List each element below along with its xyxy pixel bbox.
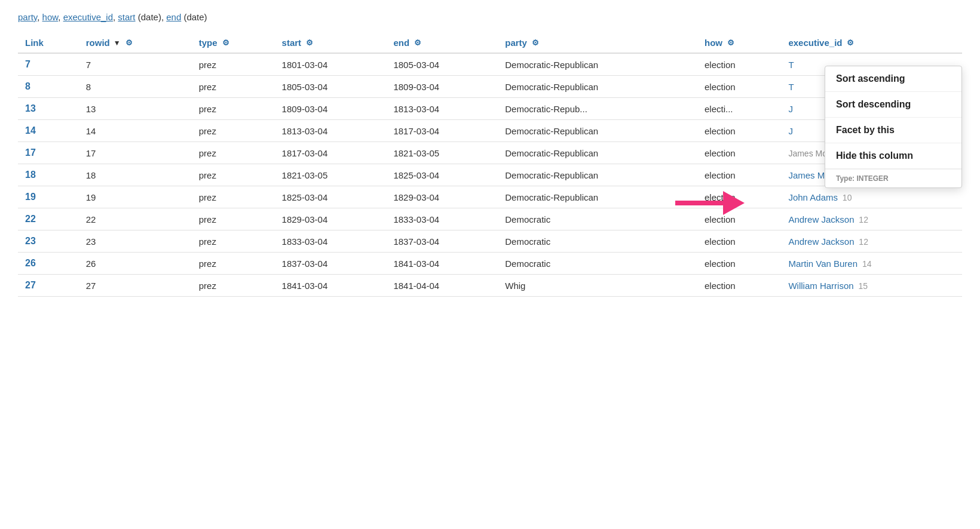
data-table: Link rowid ▼ ⚙ type ⚙	[18, 33, 962, 297]
cell-how: electi...	[697, 98, 781, 120]
col-start[interactable]: start ⚙	[275, 33, 387, 53]
row-link[interactable]: 26	[25, 258, 36, 268]
executive-link[interactable]: Andrew Jackson	[788, 214, 854, 224]
cell-link: 23	[18, 230, 79, 253]
cell-start: 1841-03-04	[275, 275, 387, 297]
col-rowid[interactable]: rowid ▼ ⚙	[79, 33, 192, 53]
cell-party: Democratic-Republican	[498, 142, 697, 164]
row-link[interactable]: 18	[25, 170, 36, 180]
row-link[interactable]: 27	[25, 280, 36, 290]
cell-link: 7	[18, 53, 79, 76]
cell-type: prez	[192, 275, 275, 297]
cell-rowid: 13	[79, 98, 192, 120]
facet-start-link[interactable]: start	[118, 12, 135, 22]
col-type[interactable]: type ⚙	[192, 33, 275, 53]
cell-how: election	[697, 164, 781, 186]
cell-link: 13	[18, 98, 79, 120]
cell-type: prez	[192, 186, 275, 208]
row-link[interactable]: 23	[25, 236, 36, 246]
cell-rowid: 14	[79, 120, 192, 142]
cell-type: prez	[192, 208, 275, 230]
table-row: 1919prez1825-03-041829-03-04Democratic-R…	[18, 186, 962, 208]
cell-end: 1837-03-04	[386, 230, 498, 253]
col-party[interactable]: party ⚙	[498, 33, 697, 53]
cell-how: election	[697, 142, 781, 164]
cell-rowid: 8	[79, 76, 192, 98]
type-gear-icon[interactable]: ⚙	[222, 38, 229, 47]
col-executive_id[interactable]: executive_id ⚙ Sort ascending Sort desce…	[781, 33, 962, 53]
cell-link: 18	[18, 164, 79, 186]
cell-end: 1841-04-04	[386, 275, 498, 297]
party-gear-icon[interactable]: ⚙	[532, 38, 539, 47]
exec-id-number: 12	[856, 237, 868, 247]
cell-how: election	[697, 208, 781, 230]
cell-link: 22	[18, 208, 79, 230]
row-link[interactable]: 7	[25, 59, 30, 69]
sort-ascending-item[interactable]: Sort ascending	[825, 66, 961, 92]
cell-type: prez	[192, 164, 275, 186]
row-link[interactable]: 13	[25, 103, 36, 113]
table-row: 1414prez1813-03-041817-03-04Democratic-R…	[18, 120, 962, 142]
cell-executive_id: Martin Van Buren 14	[781, 253, 962, 275]
cell-rowid: 19	[79, 186, 192, 208]
facet-executive_id-link[interactable]: executive_id	[63, 12, 113, 22]
rowid-gear-icon[interactable]: ⚙	[125, 38, 133, 47]
cell-start: 1829-03-04	[275, 208, 387, 230]
cell-rowid: 17	[79, 142, 192, 164]
cell-party: Democratic-Republican	[498, 53, 697, 76]
executive-link[interactable]: William Harrison	[788, 281, 853, 291]
row-link[interactable]: 17	[25, 147, 36, 158]
how-gear-icon[interactable]: ⚙	[727, 38, 734, 47]
sort-descending-item[interactable]: Sort descending	[825, 92, 961, 118]
cell-how: election	[697, 186, 781, 208]
facet-end-link[interactable]: end	[166, 12, 181, 22]
facet-party-link[interactable]: party	[18, 12, 37, 22]
exec-id-number: 15	[856, 281, 868, 291]
cell-rowid: 26	[79, 253, 192, 275]
row-link[interactable]: 22	[25, 214, 36, 224]
facet-by-this-item[interactable]: Facet by this	[825, 118, 961, 143]
cell-party: Democratic	[498, 253, 697, 275]
table-header-row: Link rowid ▼ ⚙ type ⚙	[18, 33, 962, 53]
table-row: 88prez1805-03-041809-03-04Democratic-Rep…	[18, 76, 962, 98]
cell-rowid: 18	[79, 164, 192, 186]
col-rowid-label: rowid	[86, 38, 110, 48]
cell-link: 19	[18, 186, 79, 208]
cell-link: 26	[18, 253, 79, 275]
row-link[interactable]: 8	[25, 81, 30, 91]
end-gear-icon[interactable]: ⚙	[414, 38, 421, 47]
cell-end: 1809-03-04	[386, 76, 498, 98]
cell-type: prez	[192, 76, 275, 98]
executive-link[interactable]: Andrew Jackson	[788, 236, 854, 247]
cell-end: 1805-03-04	[386, 53, 498, 76]
start-gear-icon[interactable]: ⚙	[306, 38, 313, 47]
cell-start: 1817-03-04	[275, 142, 387, 164]
cell-executive_id: Andrew Jackson 12	[781, 208, 962, 230]
column-dropdown-menu: Sort ascending Sort descending Facet by …	[825, 66, 962, 188]
col-link-label: Link	[25, 38, 44, 48]
executive-link[interactable]: Martin Van Buren	[788, 259, 858, 269]
col-how[interactable]: how ⚙	[697, 33, 781, 53]
cell-party: Democratic-Republican	[498, 164, 697, 186]
cell-party: Democratic-Republican	[498, 120, 697, 142]
cell-party: Democratic-Repub...	[498, 98, 697, 120]
executive-link[interactable]: John Adams	[788, 192, 838, 202]
col-end-label: end	[393, 38, 409, 48]
executive_id-gear-icon[interactable]: ⚙	[847, 38, 854, 47]
hide-column-item[interactable]: Hide this column	[825, 143, 961, 169]
table-row: 2727prez1841-03-041841-04-04Whigelection…	[18, 275, 962, 297]
col-end[interactable]: end ⚙	[386, 33, 498, 53]
suggested-facets-bar: party, how, executive_id, start (date), …	[18, 12, 962, 22]
row-link[interactable]: 19	[25, 192, 36, 202]
row-link[interactable]: 14	[25, 125, 36, 136]
cell-how: election	[697, 253, 781, 275]
cell-link: 27	[18, 275, 79, 297]
cell-executive_id: John Adams 10	[781, 186, 962, 208]
cell-end: 1817-03-04	[386, 120, 498, 142]
exec-id-number: 10	[840, 193, 852, 202]
cell-start: 1809-03-04	[275, 98, 387, 120]
table-row: 1313prez1809-03-041813-03-04Democratic-R…	[18, 98, 962, 120]
cell-end: 1813-03-04	[386, 98, 498, 120]
facet-how-link[interactable]: how	[42, 12, 59, 22]
table-row: 2222prez1829-03-041833-03-04Democraticel…	[18, 208, 962, 230]
